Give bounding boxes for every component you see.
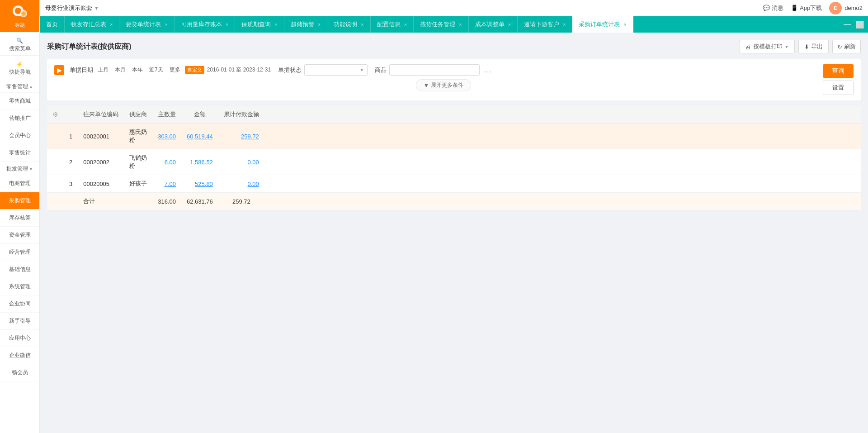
filter-toggle-button[interactable]: ▶: [54, 65, 64, 75]
row-unit-code: 00020002: [78, 149, 124, 175]
tab-invite[interactable]: 邀请下游客户 ×: [518, 16, 572, 33]
tab-config[interactable]: 配置信息 ×: [371, 16, 414, 33]
tab-purchase-stats-close[interactable]: ×: [623, 22, 626, 27]
tab-purchase-stats[interactable]: 采购订单统计表 ×: [572, 16, 633, 33]
row-extra: [264, 124, 861, 149]
sidebar-item-retail-mall[interactable]: 零售商城: [0, 93, 39, 110]
refresh-button[interactable]: ↻ 刷新: [832, 40, 861, 53]
sidebar-item-newguide[interactable]: 新手引导: [0, 313, 39, 330]
wholesale-label: 批发管理: [6, 165, 28, 173]
status-select[interactable]: [304, 64, 368, 76]
sidebar-item-purchase[interactable]: 采购管理: [0, 192, 39, 209]
sidebar-item-enterprise[interactable]: 企业协同: [0, 295, 39, 313]
search-icon: 🔍: [0, 38, 39, 44]
col-extra: [264, 106, 861, 124]
sidebar-item-ecommerce[interactable]: 电商管理: [0, 175, 39, 192]
goods-more-btn[interactable]: …: [482, 66, 493, 74]
workspace-name: 母婴行业演示账套: [45, 4, 92, 12]
sidebar-item-finance[interactable]: 资金管理: [0, 227, 39, 244]
tab-config-close[interactable]: ×: [404, 22, 407, 27]
tab-collect-label: 收发存汇总表: [71, 20, 106, 29]
table-row: 3 00020005 好孩子 7.00 525.80 0.00: [47, 175, 861, 193]
tab-cost-adjust[interactable]: 成本调整单 ×: [469, 16, 518, 33]
sidebar-item-inventory[interactable]: 库存核算: [0, 209, 39, 227]
sidebar-item-wechat[interactable]: 企业微信: [0, 347, 39, 364]
row-qty[interactable]: 6.00: [152, 149, 181, 175]
tab-overstock-label: 超储预警: [291, 20, 314, 29]
sidebar-item-basic[interactable]: 基础信息: [0, 261, 39, 278]
footer-index-cell: [64, 193, 78, 210]
retail-stats-label: 零售统计: [9, 149, 31, 156]
member-label: 会员中心: [9, 132, 31, 138]
content-area: 采购订单统计表(按供应商) 🖨 按模板打印 ▼ ⬇ 导出 ↻ 刷新: [40, 33, 868, 433]
tab-overstock-close[interactable]: ×: [318, 22, 321, 27]
export-button[interactable]: ⬇ 导出: [798, 40, 829, 53]
tab-goods-stats-close[interactable]: ×: [165, 22, 167, 27]
shortcut-more[interactable]: 更多: [168, 65, 182, 75]
tab-quality-close[interactable]: ×: [274, 22, 277, 27]
sidebar-item-retail-stats[interactable]: 零售统计: [0, 144, 39, 162]
search-button[interactable]: 查询: [823, 64, 854, 78]
tab-pick-task-label: 拣货任务管理: [420, 20, 455, 29]
print-button[interactable]: 🖨 按模板打印 ▼: [740, 40, 795, 53]
tab-stock-ledger-close[interactable]: ×: [226, 22, 228, 27]
tab-cost-adjust-close[interactable]: ×: [508, 22, 511, 27]
sidebar-item-wholesale[interactable]: 批发管理 ▼: [0, 162, 39, 175]
nav-tabs-actions: — ⬜: [840, 16, 868, 33]
row-amount[interactable]: 525.80: [181, 175, 218, 193]
row-paid[interactable]: 0.00: [218, 175, 264, 193]
row-settings-cell: [47, 124, 64, 149]
tab-pick-task-close[interactable]: ×: [459, 22, 462, 27]
col-settings-icon[interactable]: ⚙: [52, 111, 58, 118]
row-qty[interactable]: 7.00: [152, 175, 181, 193]
row-settings-cell: [47, 175, 64, 193]
goods-filter-group: 商品 …: [375, 64, 493, 76]
user-menu[interactable]: E demo2: [829, 2, 863, 14]
sidebar-item-operation[interactable]: 经营管理: [0, 244, 39, 261]
sidebar-item-vip[interactable]: 畅会员: [0, 364, 39, 381]
sidebar-logo[interactable]: 标题: [0, 0, 39, 32]
sidebar-item-system[interactable]: 系统管理: [0, 278, 39, 295]
row-amount[interactable]: 1,586.52: [181, 149, 218, 175]
row-amount[interactable]: 60,519.44: [181, 124, 218, 149]
sidebar-item-appcenter[interactable]: 应用中心: [0, 330, 39, 347]
tab-home[interactable]: 首页: [40, 16, 65, 33]
tab-pick-task[interactable]: 拣货任务管理 ×: [414, 16, 468, 33]
sidebar-item-quicknav[interactable]: ⚡ 快捷导航: [0, 56, 39, 79]
goods-input[interactable]: [389, 64, 480, 76]
nav-tab-minimize[interactable]: —: [844, 20, 851, 29]
nav-tab-maximize[interactable]: ⬜: [855, 20, 864, 29]
row-paid[interactable]: 259.72: [218, 124, 264, 149]
tab-invite-close[interactable]: ×: [563, 22, 566, 27]
row-paid[interactable]: 0.00: [218, 149, 264, 175]
tab-collect-close[interactable]: ×: [110, 22, 113, 27]
date-range-text: 2016-01-01 至 2023-12-31: [207, 66, 271, 74]
tab-help[interactable]: 功能说明 ×: [327, 16, 370, 33]
tab-quality[interactable]: 保质期查询 ×: [235, 16, 284, 33]
appcenter-label: 应用中心: [9, 335, 31, 341]
tab-collect[interactable]: 收发存汇总表 ×: [65, 16, 119, 33]
shortcut-this-year[interactable]: 本年: [130, 65, 145, 75]
shortcut-7days[interactable]: 近7天: [147, 65, 165, 75]
nav-tabs: 首页 收发存汇总表 × 要货单统计表 × 可用量库存账本 × 保质期查询 × 超…: [40, 16, 868, 33]
message-btn[interactable]: 💬 消息: [763, 4, 783, 12]
shortcut-this-month[interactable]: 本月: [113, 65, 127, 75]
sidebar-item-marketing[interactable]: 营销推广: [0, 110, 39, 127]
sidebar-item-member[interactable]: 会员中心: [0, 127, 39, 144]
sidebar-item-search[interactable]: 🔍 搜索英单: [0, 32, 39, 56]
app-download-btn[interactable]: 📱 App下载: [791, 4, 822, 12]
expand-more-btn[interactable]: ▼ 展开更多条件: [416, 79, 471, 91]
sidebar-item-retail[interactable]: 零售管理 ▲: [0, 79, 39, 93]
table-header-row: ⚙ 往来单位编码 供应商 主数量 金额 累计付款金额: [47, 106, 861, 124]
workspace-selector[interactable]: 母婴行业演示账套 ▼: [45, 4, 99, 12]
tab-help-close[interactable]: ×: [361, 22, 363, 27]
tab-goods-stats[interactable]: 要货单统计表 ×: [119, 16, 174, 33]
settings-button[interactable]: 设置: [823, 81, 854, 95]
enterprise-label: 企业协同: [9, 300, 31, 307]
app-icon: 📱: [791, 5, 798, 11]
shortcut-last-month[interactable]: 上月: [96, 65, 110, 75]
tab-stock-ledger[interactable]: 可用量库存账本 ×: [175, 16, 235, 33]
expand-label: 展开更多条件: [431, 81, 463, 89]
tab-overstock[interactable]: 超储预警 ×: [284, 16, 327, 33]
row-qty[interactable]: 303.00: [152, 124, 181, 149]
